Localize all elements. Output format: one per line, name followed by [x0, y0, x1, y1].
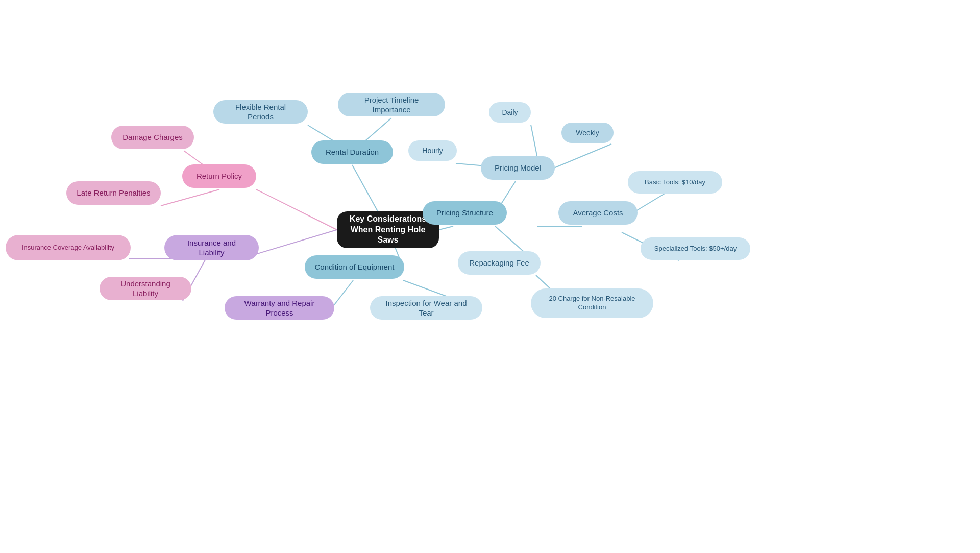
pricing-model-node: Pricing Model: [481, 156, 555, 180]
svg-line-6: [252, 230, 337, 255]
charge-nonresalable-node: 20 Charge for Non-Resalable Condition: [531, 288, 653, 318]
damage-charges-node: Damage Charges: [111, 126, 194, 149]
hourly-node: Hourly: [408, 140, 457, 161]
insurance-coverage-node: Insurance Coverage Availability: [6, 235, 131, 260]
inspection-wear-node: Inspection for Wear and Tear: [370, 296, 482, 320]
svg-line-12: [439, 226, 453, 230]
svg-line-5: [161, 189, 219, 206]
understanding-liability-node: Understanding Liability: [100, 277, 191, 300]
insurance-liability-node: Insurance and Liability: [164, 235, 259, 260]
basic-tools-node: Basic Tools: $10/day: [628, 171, 722, 194]
project-timeline-node: Project Timeline Importance: [338, 93, 445, 116]
svg-line-3: [256, 189, 337, 230]
repackaging-fee-node: Repackaging Fee: [458, 251, 541, 275]
specialized-tools-node: Specialized Tools: $50+/day: [641, 237, 750, 260]
svg-line-10: [332, 280, 353, 307]
pricing-structure-node: Pricing Structure: [423, 201, 507, 225]
mindmap-container: Key Considerations When Renting Hole Saw…: [0, 0, 980, 553]
late-return-node: Late Return Penalties: [66, 181, 161, 205]
condition-equipment-node: Condition of Equipment: [305, 255, 404, 279]
flexible-rental-node: Flexible Rental Periods: [213, 100, 308, 124]
warranty-repair-node: Warranty and Repair Process: [225, 296, 334, 320]
weekly-node: Weekly: [561, 123, 614, 143]
rental-duration-node: Rental Duration: [311, 140, 393, 164]
svg-line-16: [553, 144, 611, 169]
average-costs-node: Average Costs: [558, 201, 638, 225]
return-policy-node: Return Policy: [182, 164, 256, 188]
daily-node: Daily: [489, 102, 531, 123]
